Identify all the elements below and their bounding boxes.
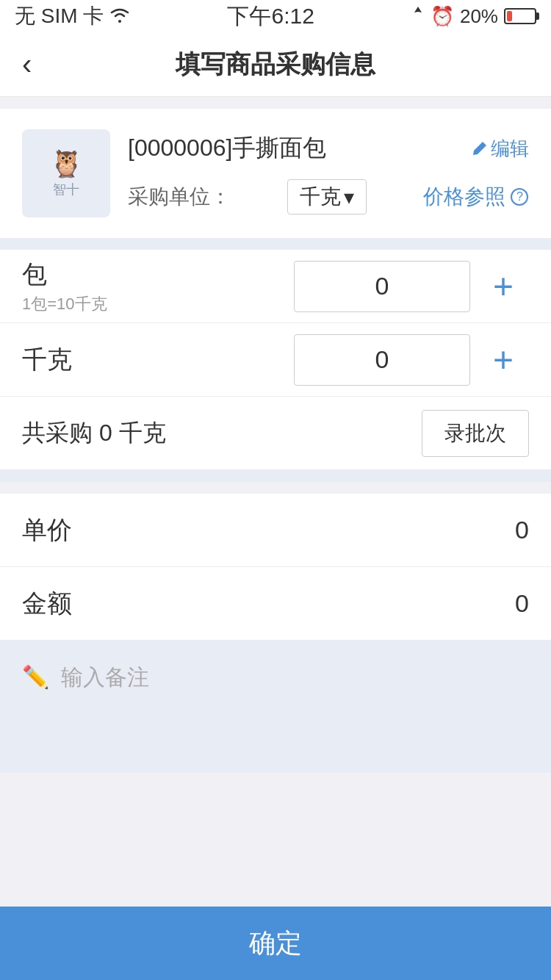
location-icon bbox=[411, 5, 425, 28]
alarm-icon: ⏰ bbox=[431, 5, 454, 28]
battery-percent: 20% bbox=[460, 5, 498, 28]
product-name: [0000006]手撕面包 bbox=[128, 132, 326, 165]
price-ref-button[interactable]: 价格参照 ? bbox=[423, 183, 529, 211]
status-right: ⏰ 20% bbox=[411, 5, 536, 28]
status-time: 下午6:12 bbox=[227, 1, 314, 32]
product-logo-text: 智十 bbox=[53, 181, 79, 198]
wifi-icon bbox=[109, 4, 130, 28]
battery-icon bbox=[504, 8, 536, 24]
chevron-down-icon: ▾ bbox=[344, 185, 354, 209]
notes-placeholder: 输入备注 bbox=[61, 663, 149, 693]
content-area: 🦉 智十 [0000006]手撕面包 编辑 采购单位： 千克 ▾ bbox=[0, 109, 551, 846]
price-section: 单价 0 金额 0 bbox=[0, 494, 551, 641]
svg-text:?: ? bbox=[516, 190, 523, 203]
product-header: [0000006]手撕面包 编辑 bbox=[128, 132, 529, 165]
qty-plus-1[interactable]: + bbox=[478, 334, 529, 386]
divider-2 bbox=[0, 470, 551, 482]
unit-price-value: 0 bbox=[515, 516, 529, 544]
total-text: 共采购 0 千克 bbox=[22, 417, 422, 450]
unit-label: 采购单位： bbox=[128, 183, 231, 211]
quantity-row-1: 千克 + bbox=[0, 323, 551, 397]
divider-1 bbox=[0, 238, 551, 250]
qty-label-0: 包 1包=10千克 bbox=[22, 258, 110, 315]
confirm-button[interactable]: 确定 bbox=[0, 907, 551, 980]
notes-section[interactable]: ✏️ 输入备注 bbox=[0, 641, 551, 773]
confirm-label: 确定 bbox=[249, 926, 302, 962]
unit-select[interactable]: 千克 ▾ bbox=[287, 179, 367, 215]
qty-label-1: 千克 bbox=[22, 343, 110, 377]
status-bar: 无 SIM 卡 下午6:12 ⏰ 20% bbox=[0, 0, 551, 32]
back-button[interactable]: ‹ bbox=[22, 48, 46, 81]
unit-price-row: 单价 0 bbox=[0, 494, 551, 567]
nav-bar: ‹ 填写商品采购信息 bbox=[0, 32, 551, 97]
amount-label: 金额 bbox=[22, 587, 515, 621]
product-info: [0000006]手撕面包 编辑 采购单位： 千克 ▾ 价格参照 bbox=[128, 132, 529, 215]
qty-input-0[interactable] bbox=[294, 261, 470, 312]
quantity-section: 包 1包=10千克 + 千克 + bbox=[0, 250, 551, 397]
qty-input-1[interactable] bbox=[294, 334, 470, 386]
record-batch-button[interactable]: 录批次 bbox=[422, 410, 529, 457]
product-image: 🦉 智十 bbox=[22, 129, 110, 217]
carrier-text: 无 SIM 卡 bbox=[15, 2, 104, 30]
page-title: 填写商品采购信息 bbox=[176, 48, 375, 82]
unit-price-label: 单价 bbox=[22, 514, 515, 547]
product-logo-icon: 🦉 bbox=[50, 148, 83, 179]
product-unit-row: 采购单位： 千克 ▾ 价格参照 ? bbox=[128, 179, 529, 215]
status-left: 无 SIM 卡 bbox=[15, 2, 130, 30]
quantity-row-0: 包 1包=10千克 + bbox=[0, 250, 551, 323]
product-card: 🦉 智十 [0000006]手撕面包 编辑 采购单位： 千克 ▾ bbox=[0, 109, 551, 238]
total-row: 共采购 0 千克 录批次 bbox=[0, 397, 551, 470]
edit-button[interactable]: 编辑 bbox=[472, 136, 529, 162]
amount-row: 金额 0 bbox=[0, 567, 551, 641]
pencil-icon: ✏️ bbox=[22, 664, 49, 690]
amount-value: 0 bbox=[515, 589, 529, 618]
qty-plus-0[interactable]: + bbox=[478, 261, 529, 312]
